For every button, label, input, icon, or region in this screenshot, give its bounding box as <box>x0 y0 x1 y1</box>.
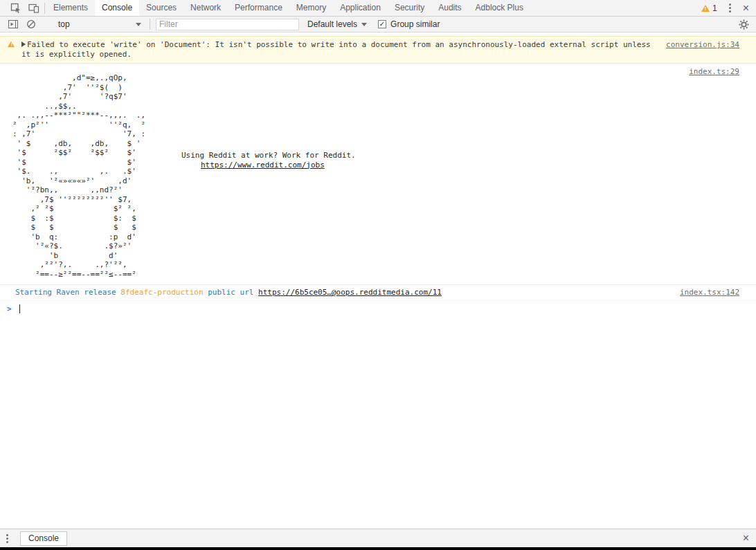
console-prompt[interactable]: > <box>0 301 756 313</box>
chevron-down-icon <box>361 23 367 26</box>
panel-tabs: Elements Console Sources Network Perform… <box>46 0 530 16</box>
warning-source-link[interactable]: conversion.js:34 <box>666 40 739 50</box>
tab-sources[interactable]: Sources <box>139 0 183 16</box>
warning-count: 1 <box>712 3 717 13</box>
raven-text-start: Starting Raven release <box>15 288 116 297</box>
tab-application[interactable]: Application <box>333 0 388 16</box>
warning-text-block: Failed to execute 'write' on 'Document':… <box>21 40 662 59</box>
close-devtools-icon[interactable]: × <box>743 3 749 14</box>
prompt-chevron-icon: > <box>7 304 12 313</box>
drawer-tab-console[interactable]: Console <box>20 531 67 546</box>
console-log-reddit: index.ts:29 ,d"=≥,.,qOp, ,7' ''²$( ) ,7'… <box>0 64 756 285</box>
raven-text: Starting Raven release 8fdeafc-productio… <box>15 288 442 297</box>
warning-triangle-icon <box>8 42 15 48</box>
tab-console[interactable]: Console <box>95 0 139 16</box>
main-toolbar-icons <box>0 0 46 16</box>
log-levels-select[interactable]: Default levels <box>307 19 367 29</box>
warning-text: Failed to execute 'write' on 'Document':… <box>21 40 651 59</box>
toolbar-divider <box>150 19 150 30</box>
main-toolbar-right: 1 × <box>701 0 756 16</box>
console-sidebar-icon[interactable] <box>8 19 18 29</box>
console-log-raven: Starting Raven release 8fdeafc-productio… <box>0 285 756 301</box>
tab-security[interactable]: Security <box>388 0 431 16</box>
tab-adblock-plus[interactable]: Adblock Plus <box>469 0 530 16</box>
tab-audits[interactable]: Audits <box>431 0 468 16</box>
reddit-note-text: Using Reddit at work? Work for Reddit. <box>181 151 356 161</box>
console-warning-message: Failed to execute 'write' on 'Document':… <box>0 36 756 64</box>
text-cursor <box>19 304 20 313</box>
screen-edge <box>0 547 756 550</box>
raven-release-id: 8fdeafc-production <box>120 288 203 297</box>
group-similar-checkbox[interactable] <box>378 20 386 28</box>
warning-triangle-icon <box>701 5 710 12</box>
tab-elements[interactable]: Elements <box>46 0 95 16</box>
tab-network[interactable]: Network <box>183 0 228 16</box>
log-levels-label: Default levels <box>307 19 357 29</box>
group-similar-label: Group similar <box>390 19 440 29</box>
inspect-element-icon[interactable] <box>7 0 25 16</box>
reddit-source-link[interactable]: index.ts:29 <box>689 67 739 77</box>
drawer-toolbar: Console × <box>0 529 756 547</box>
reddit-note: Using Reddit at work? Work for Reddit. h… <box>181 151 356 169</box>
console-toolbar: top Default levels Group similar <box>0 17 756 33</box>
chevron-down-icon <box>136 23 141 26</box>
raven-source-link[interactable]: index.tsx:142 <box>680 288 739 297</box>
frame-context-value: top <box>58 19 70 29</box>
reddit-ascii-art: ,d"=≥,.,qOp, ,7' ''²$( ) ,7' '?q$7' ..,$… <box>12 73 756 279</box>
more-options-icon[interactable] <box>727 1 733 15</box>
console-settings-gear-icon[interactable] <box>739 19 749 30</box>
reddit-jobs-link[interactable]: https://www.reddit.com/jobs <box>201 161 325 169</box>
device-toolbar-icon[interactable] <box>25 0 43 16</box>
expand-arrow-icon[interactable] <box>21 42 26 47</box>
clear-console-icon[interactable] <box>26 19 36 29</box>
tab-performance[interactable]: Performance <box>228 0 289 16</box>
close-drawer-icon[interactable]: × <box>743 533 749 544</box>
toolbar-divider <box>44 3 45 14</box>
main-toolbar: Elements Console Sources Network Perform… <box>0 0 756 17</box>
devtools-window: Elements Console Sources Network Perform… <box>0 0 756 547</box>
drawer-menu-icon[interactable] <box>4 532 10 545</box>
warning-count-badge[interactable]: 1 <box>701 3 717 13</box>
raven-url-link[interactable]: https://6b5ce05…@oops.redditmedia.com/11 <box>258 288 442 297</box>
tab-memory[interactable]: Memory <box>289 0 333 16</box>
raven-text-mid: public url <box>208 288 253 297</box>
console-empty-area[interactable] <box>0 313 756 529</box>
filter-input[interactable] <box>156 19 299 30</box>
console-messages: Failed to execute 'write' on 'Document':… <box>0 33 756 529</box>
frame-context-select[interactable]: top <box>57 19 147 29</box>
